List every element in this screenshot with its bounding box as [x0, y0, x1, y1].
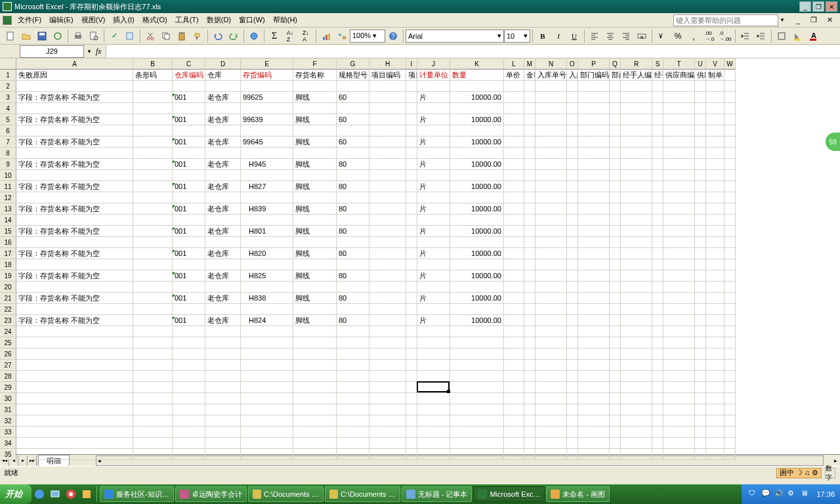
cell[interactable]: [663, 92, 695, 103]
cell[interactable]: [652, 181, 663, 192]
cell[interactable]: [663, 371, 695, 382]
cell[interactable]: [578, 326, 610, 337]
menu-item[interactable]: 数据(D): [207, 15, 231, 25]
cell[interactable]: [663, 427, 695, 438]
cell[interactable]: [663, 237, 695, 248]
cell[interactable]: [610, 192, 621, 203]
cell[interactable]: [524, 226, 536, 237]
cell[interactable]: [621, 248, 652, 259]
cell[interactable]: 金额: [524, 70, 536, 81]
cell[interactable]: [663, 226, 695, 237]
cell[interactable]: [205, 371, 241, 382]
cell[interactable]: [524, 382, 536, 393]
cell[interactable]: 字段：存货名称 不能为空: [16, 136, 133, 148]
menu-item[interactable]: 窗口(W): [239, 15, 265, 25]
cell[interactable]: [417, 393, 450, 404]
cell[interactable]: 10000.00: [450, 226, 504, 237]
cell[interactable]: [133, 270, 173, 282]
cell[interactable]: 60: [337, 114, 369, 125]
cell[interactable]: [173, 371, 205, 382]
cell[interactable]: [578, 203, 610, 215]
cell[interactable]: [724, 427, 736, 438]
cell[interactable]: [205, 282, 241, 293]
taskbar-task[interactable]: 未命名 - 画图: [546, 486, 610, 502]
cell[interactable]: 001: [173, 315, 205, 326]
cell[interactable]: [133, 170, 173, 181]
cell[interactable]: [536, 270, 567, 282]
cell[interactable]: [695, 326, 706, 337]
cell[interactable]: 001: [173, 293, 205, 304]
cell[interactable]: [567, 237, 578, 248]
cell[interactable]: [663, 125, 695, 136]
cell[interactable]: 80: [337, 203, 369, 215]
column-header[interactable]: U: [695, 58, 706, 70]
permission-button[interactable]: [51, 29, 65, 43]
cell[interactable]: [621, 215, 652, 226]
cell[interactable]: 老仓库: [205, 293, 241, 304]
cell[interactable]: [173, 404, 205, 415]
cell[interactable]: [450, 304, 504, 315]
cell[interactable]: 项目编码: [369, 70, 406, 81]
cell[interactable]: [293, 326, 337, 337]
cell[interactable]: [133, 360, 173, 371]
cell[interactable]: [16, 170, 133, 181]
cell[interactable]: [16, 282, 133, 293]
cell[interactable]: [504, 181, 524, 192]
cell[interactable]: [621, 259, 652, 270]
cell[interactable]: 10000.00: [450, 203, 504, 215]
cell[interactable]: [133, 259, 173, 270]
cell[interactable]: [536, 248, 567, 259]
cell[interactable]: 脚线: [293, 315, 337, 326]
cell[interactable]: [610, 103, 621, 114]
cell[interactable]: 经手人: [652, 70, 663, 81]
cell[interactable]: [406, 92, 417, 103]
row-header[interactable]: 21: [0, 293, 16, 304]
cell[interactable]: [706, 103, 724, 114]
cell[interactable]: [524, 170, 536, 181]
cell[interactable]: [450, 148, 504, 159]
cell[interactable]: [524, 315, 536, 326]
cell[interactable]: [406, 181, 417, 192]
column-header[interactable]: G: [337, 58, 369, 70]
drawing-button[interactable]: [335, 29, 349, 43]
cell[interactable]: 字段：存货名称 不能为空: [16, 315, 133, 326]
cell[interactable]: [369, 148, 406, 159]
formula-input[interactable]: [106, 45, 840, 58]
cell[interactable]: [369, 270, 406, 282]
cell[interactable]: [133, 248, 173, 259]
cell[interactable]: [205, 449, 241, 460]
cell[interactable]: [610, 360, 621, 371]
cell[interactable]: [578, 304, 610, 315]
cell[interactable]: [293, 371, 337, 382]
cell[interactable]: [133, 315, 173, 326]
cell[interactable]: 脚线: [293, 248, 337, 259]
cell[interactable]: [724, 237, 736, 248]
cell[interactable]: [369, 81, 406, 92]
cell[interactable]: [652, 259, 663, 270]
cell[interactable]: [652, 315, 663, 326]
cell[interactable]: [241, 438, 293, 449]
cell[interactable]: [695, 282, 706, 293]
cell[interactable]: [706, 360, 724, 371]
cell[interactable]: [578, 248, 610, 259]
cell[interactable]: [524, 427, 536, 438]
cell[interactable]: [133, 348, 173, 360]
cell[interactable]: [621, 114, 652, 125]
cell[interactable]: [567, 438, 578, 449]
cell[interactable]: [241, 348, 293, 360]
cell[interactable]: [706, 438, 724, 449]
cell[interactable]: [578, 438, 610, 449]
cell[interactable]: [369, 449, 406, 460]
cell[interactable]: [16, 449, 133, 460]
cell[interactable]: [536, 282, 567, 293]
merge-center-button[interactable]: a: [635, 29, 649, 43]
cell[interactable]: [406, 226, 417, 237]
paste-button[interactable]: [175, 29, 189, 43]
cell[interactable]: [293, 360, 337, 371]
taskbar-task[interactable]: 服务社区-知识…: [100, 486, 174, 502]
row-header[interactable]: 4: [0, 103, 16, 114]
row-header[interactable]: 35: [0, 449, 16, 460]
cell[interactable]: [695, 270, 706, 282]
cell[interactable]: [695, 92, 706, 103]
cell[interactable]: [205, 393, 241, 404]
